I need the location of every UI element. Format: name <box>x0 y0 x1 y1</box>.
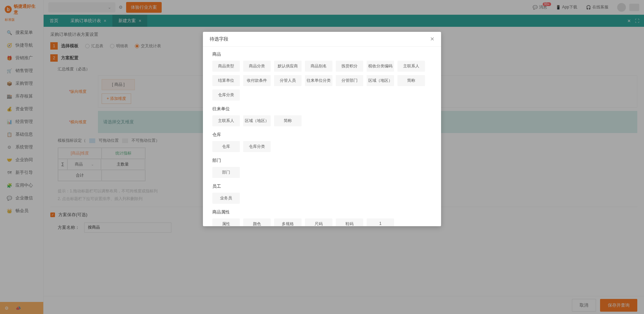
modal-close-button[interactable]: ✕ <box>430 36 434 42</box>
field-group-title: 部门 <box>212 158 432 164</box>
field-group-5: 商品属性属性颜色多规格尺码鞋码1 <box>212 209 432 226</box>
field-chip[interactable]: 区域（地区） <box>243 115 271 126</box>
field-chip[interactable]: 商品类型 <box>212 61 240 72</box>
field-chip[interactable]: 属性 <box>212 218 240 226</box>
field-chip[interactable]: 主联系人 <box>397 61 425 72</box>
field-group-title: 员工 <box>212 183 432 189</box>
field-group-4: 员工业务员 <box>212 183 432 204</box>
field-chip[interactable]: 简称 <box>274 115 302 126</box>
field-chip[interactable]: 1 <box>367 218 394 226</box>
field-chip[interactable]: 商品分类 <box>243 61 271 72</box>
modal-body: 商品商品类型商品分类默认供应商商品别名拣货积分税收分类编码主联系人结算单位收付款… <box>203 47 441 226</box>
field-group-title: 商品属性 <box>212 209 432 215</box>
field-chip[interactable]: 简称 <box>397 75 425 86</box>
field-chip[interactable]: 主联系人 <box>212 115 240 126</box>
field-chip[interactable]: 税收分类编码 <box>367 61 394 72</box>
field-group-0: 商品商品类型商品分类默认供应商商品别名拣货积分税收分类编码主联系人结算单位收付款… <box>212 51 432 101</box>
field-chip[interactable]: 仓库分类 <box>212 89 240 101</box>
field-group-3: 部门部门 <box>212 158 432 178</box>
modal-overlay[interactable]: 待选字段 ✕ 商品商品类型商品分类默认供应商商品别名拣货积分税收分类编码主联系人… <box>0 0 644 314</box>
field-group-title: 仓库 <box>212 132 432 138</box>
field-group-2: 仓库仓库仓库分类 <box>212 132 432 152</box>
field-chip[interactable]: 多规格 <box>274 218 302 226</box>
field-chip[interactable]: 区域（地区） <box>367 75 394 86</box>
field-chip[interactable]: 仓库 <box>212 141 240 152</box>
field-chip[interactable]: 仓库分类 <box>243 141 271 152</box>
field-chip[interactable]: 商品别名 <box>305 61 332 72</box>
field-chip[interactable]: 结算单位 <box>212 75 240 86</box>
field-chip[interactable]: 收付款条件 <box>243 75 271 86</box>
field-chip[interactable]: 往来单位分类 <box>305 75 332 86</box>
field-chip[interactable]: 尺码 <box>305 218 332 226</box>
field-chip[interactable]: 部门 <box>212 167 240 178</box>
field-chip[interactable]: 分管人员 <box>274 75 302 86</box>
field-group-1: 往来单位主联系人区域（地区）简称 <box>212 106 432 126</box>
field-chip[interactable]: 分管部门 <box>336 75 363 86</box>
field-chip[interactable]: 默认供应商 <box>274 61 302 72</box>
field-group-title: 商品 <box>212 51 432 57</box>
field-chip[interactable]: 鞋码 <box>336 218 363 226</box>
modal-title: 待选字段 <box>210 36 228 42</box>
field-chip[interactable]: 颜色 <box>243 218 271 226</box>
field-chip[interactable]: 拣货积分 <box>336 61 363 72</box>
field-selector-modal: 待选字段 ✕ 商品商品类型商品分类默认供应商商品别名拣货积分税收分类编码主联系人… <box>203 32 441 226</box>
field-chip[interactable]: 业务员 <box>212 193 240 204</box>
field-group-title: 往来单位 <box>212 106 432 112</box>
